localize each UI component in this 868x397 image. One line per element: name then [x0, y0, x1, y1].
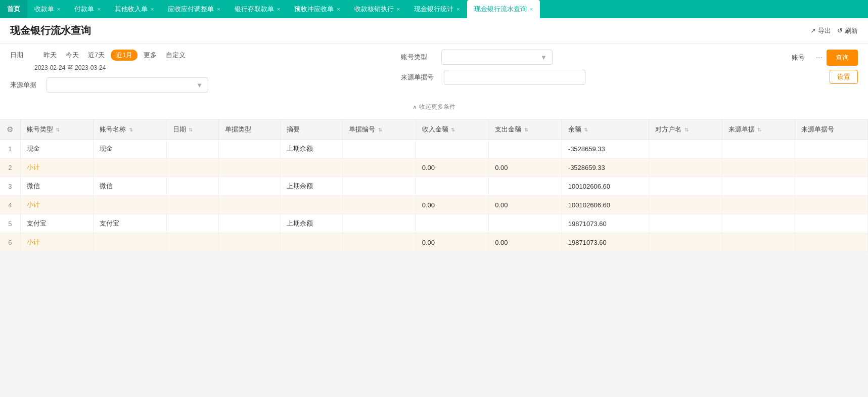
account-no-dots[interactable]: ··· [816, 53, 823, 62]
close-prepay-icon[interactable]: × [337, 0, 340, 18]
table-row[interactable]: 4小计0.000.00100102606.60 [0, 196, 868, 214]
nav-item-other-income[interactable]: 其他收入单 × [108, 0, 161, 18]
export-button[interactable]: ↗ 导出 [810, 26, 831, 35]
data-table: ⚙ 账号类型 ⇅ 账号名称 ⇅ 日期 ⇅ 单据类型 摘要 [0, 120, 868, 252]
export-icon: ↗ [810, 27, 816, 34]
col-doc-no: 单据编号 ⇅ [343, 120, 416, 140]
col-account-name: 账号名称 ⇅ [94, 120, 167, 140]
col-counterpart-label: 对方户名 [655, 125, 681, 133]
collapse-row: ∧ 收起更多条件 [10, 101, 858, 113]
source-doc-no-filter-row: 来源单据号 [401, 70, 782, 85]
col-expense-label: 支出金额 [495, 125, 521, 133]
close-other-income-icon[interactable]: × [151, 0, 154, 18]
page-title: 现金银行流水查询 [10, 24, 91, 37]
sort-income-icon[interactable]: ⇅ [451, 127, 455, 133]
nav-item-prepay[interactable]: 预收冲应收单 × [287, 0, 347, 18]
col-counterpart: 对方户名 ⇅ [649, 120, 722, 140]
header-actions: ↗ 导出 ↺ 刷新 [810, 26, 858, 35]
nav-item-ar-ap-adjust[interactable]: 应收应付调整单 × [161, 0, 227, 18]
col-date: 日期 ⇅ [166, 120, 218, 140]
date-option-more[interactable]: 更多 [141, 50, 160, 61]
col-source-doc-no: 来源单据号 [795, 120, 868, 140]
col-income-label: 收入金额 [422, 125, 448, 133]
col-source-doc-label: 来源单据 [728, 125, 755, 133]
gear-icon[interactable]: ⚙ [7, 125, 13, 134]
refresh-icon: ↺ [837, 27, 843, 34]
sort-date-icon[interactable]: ⇅ [189, 127, 193, 133]
col-gear: ⚙ [0, 120, 20, 140]
account-type-filter-row: 账号类型 ▼ [401, 50, 782, 65]
nav-cash-flow-label: 现金银行流水查询 [474, 0, 527, 18]
date-option-yesterday[interactable]: 昨天 [40, 50, 60, 61]
sort-account-name-icon[interactable]: ⇅ [129, 127, 133, 133]
source-doc-no-input[interactable] [444, 70, 585, 85]
nav-prepay-label: 预收冲应收单 [294, 0, 334, 18]
close-receipt-verify-icon[interactable]: × [397, 0, 400, 18]
col-account-name-label: 账号名称 [100, 125, 126, 133]
source-doc-label: 来源单据 [10, 80, 36, 90]
settings-button[interactable]: 设置 [830, 70, 858, 84]
close-receipt-icon[interactable]: × [57, 0, 60, 18]
top-nav: 首页 收款单 × 付款单 × 其他收入单 × 应收应付调整单 × 银行存取款单 … [0, 0, 868, 18]
col-date-label: 日期 [173, 125, 186, 133]
col-account-type: 账号类型 ⇅ [20, 120, 94, 140]
nav-item-payment[interactable]: 付款单 × [67, 0, 107, 18]
account-type-label: 账号类型 [401, 53, 431, 62]
table-row[interactable]: 5支付宝支付宝上期余额19871073.60 [0, 214, 868, 233]
col-summary-label: 摘要 [287, 125, 300, 133]
nav-receipt-label: 收款单 [34, 0, 54, 18]
refresh-button[interactable]: ↺ 刷新 [837, 26, 858, 35]
col-source-doc: 来源单据 ⇅ [722, 120, 795, 140]
collapse-button[interactable]: ∧ 收起更多条件 [413, 103, 455, 111]
date-label: 日期 [10, 51, 30, 60]
account-type-arrow-icon: ▼ [540, 54, 547, 61]
close-payment-icon[interactable]: × [97, 0, 100, 18]
sort-account-type-icon[interactable]: ⇅ [56, 127, 60, 133]
col-doc-type: 单据类型 [218, 120, 281, 140]
close-ar-ap-icon[interactable]: × [217, 0, 220, 18]
table-container: ⚙ 账号类型 ⇅ 账号名称 ⇅ 日期 ⇅ 单据类型 摘要 [0, 120, 868, 252]
nav-home-label: 首页 [7, 0, 20, 18]
nav-item-cash-bank-stat[interactable]: 现金银行统计 × [407, 0, 467, 18]
account-no-label: 账号 [792, 53, 812, 62]
account-type-select[interactable]: ▼ [441, 50, 553, 65]
col-expense: 支出金额 ⇅ [489, 120, 562, 140]
nav-payment-label: 付款单 [74, 0, 94, 18]
source-doc-no-label: 来源单据号 [401, 73, 434, 82]
close-cash-flow-icon[interactable]: × [530, 0, 533, 18]
date-option-7days[interactable]: 近7天 [85, 50, 108, 61]
date-range-row: 2023-02-24 至 2023-03-24 [10, 64, 391, 72]
table-row[interactable]: 3微信微信上期余额100102606.60 [0, 177, 868, 196]
table-row[interactable]: 1现金现金上期余额-3528659.33 [0, 140, 868, 158]
col-doc-type-label: 单据类型 [225, 125, 251, 133]
close-cash-stat-icon[interactable]: × [456, 0, 460, 18]
sort-counterpart-icon[interactable]: ⇅ [684, 127, 689, 133]
nav-item-home[interactable]: 首页 [0, 0, 27, 18]
query-button[interactable]: 查询 [827, 50, 858, 66]
date-range-display: 2023-02-24 至 2023-03-24 [34, 64, 106, 72]
col-balance: 余额 ⇅ [562, 120, 649, 140]
nav-other-income-label: 其他收入单 [115, 0, 148, 18]
nav-item-cash-flow[interactable]: 现金银行流水查询 × [467, 0, 540, 18]
sort-source-doc-icon[interactable]: ⇅ [757, 127, 761, 133]
date-option-today[interactable]: 今天 [63, 50, 82, 61]
col-income: 收入金额 ⇅ [416, 120, 489, 140]
col-balance-label: 余额 [568, 125, 581, 133]
table-header-row: ⚙ 账号类型 ⇅ 账号名称 ⇅ 日期 ⇅ 单据类型 摘要 [0, 120, 868, 140]
sort-balance-icon[interactable]: ⇅ [584, 127, 588, 133]
table-row[interactable]: 6小计0.000.0019871073.60 [0, 233, 868, 252]
table-row[interactable]: 2小计0.000.00-3528659.33 [0, 158, 868, 177]
close-bank-deposit-icon[interactable]: × [277, 0, 280, 18]
nav-item-receipt-verify[interactable]: 收款核销执行 × [347, 0, 407, 18]
date-option-1month[interactable]: 近1月 [111, 50, 138, 61]
source-doc-select[interactable]: ▼ [47, 77, 208, 93]
nav-bank-deposit-label: 银行存取款单 [235, 0, 274, 18]
date-option-custom[interactable]: 自定义 [163, 50, 189, 61]
date-options: 昨天 今天 近7天 近1月 更多 自定义 [40, 50, 189, 61]
sort-doc-no-icon[interactable]: ⇅ [378, 127, 382, 133]
nav-item-receipt[interactable]: 收款单 × [27, 0, 67, 18]
nav-item-bank-deposit[interactable]: 银行存取款单 × [227, 0, 287, 18]
source-doc-filter-row: 来源单据 ▼ [10, 77, 391, 93]
sort-expense-icon[interactable]: ⇅ [524, 127, 528, 133]
nav-cash-stat-label: 现金银行统计 [414, 0, 453, 18]
